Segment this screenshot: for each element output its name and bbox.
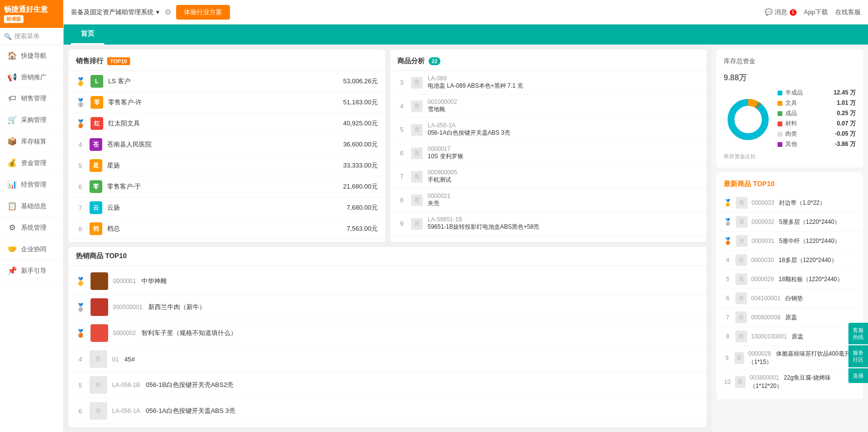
customer-avatar: L [91, 75, 103, 88]
legend-dot [777, 91, 782, 96]
customer-avatar: 星 [90, 159, 102, 172]
product-analysis-item: 4 图 001000002 雪地靴 [390, 95, 707, 118]
legend-item: 其他 -3.86 万 [777, 140, 856, 148]
sidebar-item-6[interactable]: 📊经营管理 [0, 174, 63, 195]
hot-product-code: 0000002 [113, 330, 136, 336]
new-product-name: 18多层（1220*2440） [778, 257, 837, 264]
trial-button[interactable]: 体验行业方案 [176, 5, 230, 20]
product-name: 夹壳 [428, 199, 699, 208]
new-product-name: 18颗粒板（1220*2440） [778, 276, 843, 283]
hot-product-item: 4 图 01 45# [69, 346, 707, 372]
sidebar-item-8[interactable]: ⚙系统管理 [0, 217, 63, 239]
legend-name: 肉类 [785, 130, 832, 138]
sidebar-item-9[interactable]: 🤝企业协同 [0, 239, 63, 260]
new-product-icon: 图 [735, 292, 747, 304]
hot-product-item: 🥈 000500001 新西兰牛肉（新牛） [69, 294, 707, 320]
new-product-item: 6 图 004100001 白钢垫 [716, 289, 863, 308]
product-name: 056-1A白色按键开关盖ABS 3壳 [428, 129, 699, 137]
legend-name: 半成品 [785, 89, 831, 97]
new-product-medal: 🥉 [724, 237, 732, 245]
hot-product-info: 01 45# [112, 356, 699, 363]
new-product-icon: 图 [735, 254, 747, 266]
product-icon: 图 [411, 147, 423, 159]
new-product-info: 10000100001 原盅 [751, 333, 803, 341]
product-info: LA-089 电池盖 LA-089 ABS本色+黑种 7.1 克 [428, 75, 699, 90]
settings-icon[interactable]: ⚙ [164, 7, 171, 17]
new-product-icon: 图 [734, 352, 745, 364]
product-code: 0000017 [428, 145, 699, 152]
sidebar-item-5[interactable]: 💰资金管理 [0, 152, 63, 174]
product-icon: 图 [411, 124, 423, 136]
sidebar-item-3[interactable]: 🛒采购管理 [0, 109, 63, 131]
legend-name: 材料 [785, 120, 834, 128]
sidebar-item-2[interactable]: 🏷销售管理 [0, 88, 63, 109]
app-download-link[interactable]: App下载 [804, 8, 828, 17]
sidebar-icon-5: 💰 [7, 158, 17, 168]
hot-product-code: 01 [112, 356, 118, 363]
stock-label: 库存总资金 [724, 57, 856, 66]
customer-rank-header: 销售排行TOP10 [69, 52, 385, 71]
legend-dot [777, 132, 782, 137]
customer-name: 红太阳文具 [108, 119, 338, 128]
search-menu[interactable]: 🔍 搜索菜单 [0, 28, 63, 45]
top-panels: 销售排行TOP10 🥇 L LS 客户 53,006.26元 🥈 零 零售客户-… [69, 49, 707, 242]
customer-avatar: 苍 [90, 138, 102, 151]
new-product-icon: 图 [735, 273, 747, 285]
new-product-icon: 图 [735, 376, 746, 388]
product-analysis-item: 9 图 LA-59651-1B 59651-1B旋转投影灯电池盒ABS黑色+58… [390, 212, 707, 236]
rank-medal: 🥇 [76, 77, 86, 86]
new-product-rank: 9 [724, 355, 731, 361]
float-btn-1[interactable]: 服务 社区 [848, 345, 868, 367]
sidebar-item-0[interactable]: 🏠快捷导航 [0, 45, 63, 67]
new-products-panel: 最新商品 TOP10 🥇 图 0000033 封边带（1.0*22） 🥈 图 0… [716, 172, 863, 399]
sidebar-item-4[interactable]: 📦库存核算 [0, 131, 63, 152]
product-icon: 图 [411, 171, 423, 183]
hot-product-rank: 6 [76, 408, 85, 415]
sidebar: 畅捷通好生意 标准版 🔍 搜索菜单 🏠快捷导航📢营销推广🏷销售管理🛒采购管理📦库… [0, 0, 64, 432]
legend-value: 0.25 万 [837, 109, 856, 118]
sidebar-item-7[interactable]: 📋基础信息 [0, 195, 63, 217]
new-product-item: 🥉 图 0000031 5厘中纤（1220*2440） [716, 232, 863, 251]
sidebar-label-8: 系统管理 [21, 223, 46, 232]
online-service-link[interactable]: 在线客服 [835, 8, 861, 17]
hot-product-info: LA-056-1A 056-1A白色按键开关盖ABS 3壳 [112, 407, 699, 415]
customer-amount: 7,563.00元 [346, 224, 378, 233]
product-rank-num: 7 [397, 173, 406, 180]
new-product-rank: 10 [724, 379, 731, 385]
hot-products-panel: 热销商品 TOP10 🥇 0000001 中华神雕 🥈 000500001 新西… [69, 247, 707, 427]
new-product-code: 000800008 [751, 314, 780, 321]
system-title-area[interactable]: 装备及固定资产辅助管理系统 ▾ [71, 8, 160, 17]
legend-value: 1.01 万 [837, 99, 856, 107]
hot-product-info: 0000001 中华神雕 [113, 277, 699, 286]
sidebar-item-10[interactable]: 📌新手引导 [0, 260, 63, 282]
float-btn-0[interactable]: 客服 热线 [848, 323, 868, 345]
sidebar-label-0: 快捷导航 [21, 51, 46, 60]
legend-name: 成品 [785, 109, 834, 118]
customer-name: 零售客户-许 [108, 98, 338, 107]
dropdown-icon: ▾ [156, 8, 160, 16]
sidebar-label-10: 新手引导 [21, 266, 46, 275]
legend-name: 其他 [785, 140, 832, 148]
legend-item: 文具 1.01 万 [777, 99, 856, 107]
product-code: LA-59651-1B [428, 216, 699, 223]
customer-rank-item: 🥇 L LS 客户 53,006.26元 [69, 71, 385, 92]
message-area[interactable]: 💬 消息 6 [765, 8, 797, 17]
new-product-rank: 5 [724, 276, 731, 283]
new-product-rank: 6 [724, 295, 731, 302]
sidebar-item-1[interactable]: 📢营销推广 [0, 67, 63, 88]
hot-product-rank: 5 [76, 382, 85, 389]
product-analysis-item: 7 图 000800005 手机测试 [390, 165, 707, 189]
hot-products-title: 热销商品 TOP10 [76, 252, 127, 261]
new-product-info: 0000032 5厘多层（1220*2440） [752, 218, 840, 226]
product-code: LA-056-1A [428, 122, 699, 129]
hot-product-info: 000500001 新西兰牛肉（新牛） [113, 303, 699, 312]
new-product-icon: 图 [735, 331, 747, 342]
product-name: 手机测试 [428, 176, 699, 184]
sidebar-label-5: 资金管理 [21, 159, 46, 168]
new-product-info: 0000028 体脆嘉枝味苏打饮品400毫升（1*15） [748, 350, 856, 366]
customer-name: 云扬 [107, 203, 342, 212]
tab-home[interactable]: 首页 [71, 24, 104, 45]
new-product-name: 原盅 [792, 333, 803, 340]
product-analysis-panel: 商品分析22 3 图 LA-089 电池盖 LA-089 ABS本色+黑种 7.… [390, 49, 707, 242]
float-btn-2[interactable]: 直播 [848, 368, 868, 383]
